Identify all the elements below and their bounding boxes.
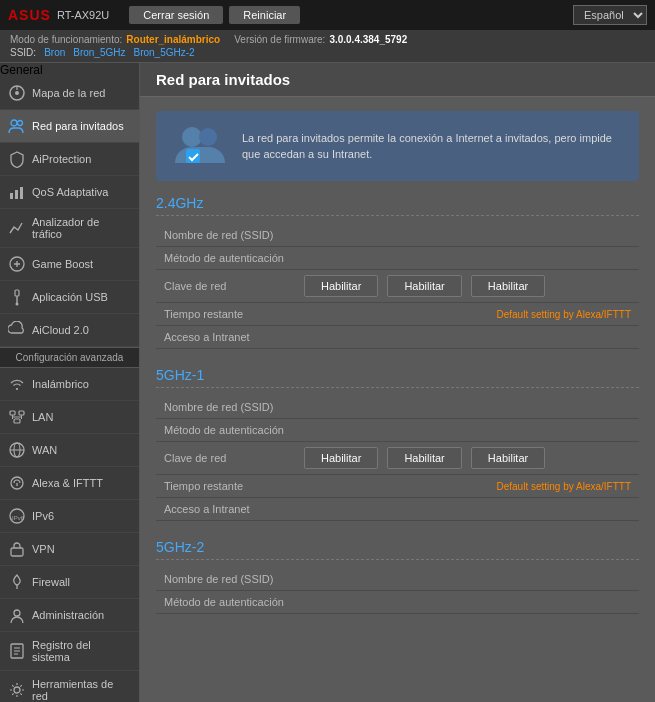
svg-rect-7 [20,187,23,199]
table-row: Tiempo restante Default setting by Alexa… [156,475,639,498]
svg-rect-14 [14,419,20,423]
table-row: Nombre de red (SSID) [156,568,639,591]
band-5ghz1-table: Nombre de red (SSID) Método de autentica… [156,396,639,521]
sidebar-item-guest-network[interactable]: Red para invitados [0,110,139,143]
sidebar-item-nettools[interactable]: Herramientas de red [0,671,139,702]
firewall-icon [8,573,26,591]
field-value [296,326,639,349]
field-value [296,224,639,247]
field-value: Default setting by Alexa/IFTTT [296,475,639,498]
wireless-icon [8,375,26,393]
traffic-icon [8,219,26,237]
firmware-label: Versión de firmware: [234,34,325,45]
main-layout: General Mapa de la red Red para invitado… [0,63,655,702]
ssid-2: Bron_5GHz [73,47,125,58]
sidebar-item-traffic[interactable]: Analizador de tráfico [0,209,139,248]
sidebar: General Mapa de la red Red para invitado… [0,63,140,702]
wan-icon [8,441,26,459]
band-24ghz-table: Nombre de red (SSID) Método de autentica… [156,224,639,349]
band-5ghz1-section: 5GHz-1 Nombre de red (SSID) Método de au… [156,367,639,521]
model-name: RT-AX92U [57,9,109,21]
field-value: Default setting by Alexa/IFTTT [296,303,639,326]
field-value [296,591,639,614]
enable-button-4[interactable]: Habilitar [304,447,378,469]
field-label: Método de autenticación [156,247,296,270]
sidebar-label: VPN [32,543,55,555]
band-5ghz2-table: Nombre de red (SSID) Método de autentica… [156,568,639,614]
sidebar-label: Game Boost [32,258,93,270]
svg-rect-6 [15,190,18,199]
field-value [296,247,639,270]
sidebar-item-game-boost[interactable]: Game Boost [0,248,139,281]
svg-point-4 [18,121,23,126]
table-row: Tiempo restante Default setting by Alexa… [156,303,639,326]
table-row: Clave de red Habilitar Habilitar Habilit… [156,442,639,475]
nettools-icon [8,681,26,699]
sidebar-label: Aplicación USB [32,291,108,303]
svg-rect-13 [19,411,24,415]
sidebar-item-network-map[interactable]: Mapa de la red [0,77,139,110]
firmware-value: 3.0.0.4.384_5792 [329,34,407,45]
svg-rect-9 [15,290,19,296]
sidebar-item-firewall[interactable]: Firewall [0,566,139,599]
sidebar-label: Herramientas de red [32,678,131,702]
sidebar-item-lan[interactable]: LAN [0,401,139,434]
restart-button[interactable]: Reiniciar [229,6,300,24]
qos-icon [8,183,26,201]
enable-button-3[interactable]: Habilitar [471,275,545,297]
sidebar-item-wireless[interactable]: Inalámbrico [0,368,139,401]
sidebar-label: AiCloud 2.0 [32,324,89,336]
sidebar-label: Administración [32,609,104,621]
field-label: Acceso a Intranet [156,498,296,521]
logo-area: ASUS RT-AX92U [8,7,109,23]
enable-button-5[interactable]: Habilitar [387,447,461,469]
sidebar-item-admin[interactable]: Administración [0,599,139,632]
mode-value: Router_inalámbrico [126,34,220,45]
logout-button[interactable]: Cerrar sesión [129,6,223,24]
ipv6-icon: IPv6 [8,507,26,525]
sidebar-label: Red para invitados [32,120,124,132]
sidebar-label: Mapa de la red [32,87,105,99]
sidebar-label: IPv6 [32,510,54,522]
page-title: Red para invitados [140,63,655,97]
band-5ghz2-section: 5GHz-2 Nombre de red (SSID) Método de au… [156,539,639,614]
band-24ghz-title: 2.4GHz [156,195,639,216]
topbar-buttons: Cerrar sesión Reiniciar [129,6,300,24]
field-label: Acceso a Intranet [156,326,296,349]
sidebar-item-wan[interactable]: WAN [0,434,139,467]
band-24ghz-section: 2.4GHz Nombre de red (SSID) Método de au… [156,195,639,349]
field-label: Método de autenticación [156,591,296,614]
ssid-3: Bron_5GHz-2 [134,47,195,58]
field-label: Nombre de red (SSID) [156,224,296,247]
usb-icon [8,288,26,306]
svg-point-26 [14,610,20,616]
content-area: Red para invitados La red para invitados… [140,63,655,702]
admin-icon [8,606,26,624]
sidebar-label: Registro del sistema [32,639,131,663]
sidebar-item-alexa[interactable]: Alexa & IFTTT [0,467,139,500]
svg-rect-5 [10,193,13,199]
field-label: Nombre de red (SSID) [156,568,296,591]
sidebar-item-usb-app[interactable]: Aplicación USB [0,281,139,314]
field-value [296,396,639,419]
sidebar-item-aicloud[interactable]: AiCloud 2.0 [0,314,139,347]
enable-button-2[interactable]: Habilitar [387,275,461,297]
field-value: Habilitar Habilitar Habilitar [296,442,639,475]
enable-button-1[interactable]: Habilitar [304,275,378,297]
sidebar-item-qos[interactable]: QoS Adaptativa [0,176,139,209]
field-value [296,419,639,442]
table-row: Nombre de red (SSID) [156,224,639,247]
sidebar-item-aiprotection[interactable]: AiProtection [0,143,139,176]
syslog-icon [8,642,26,660]
language-select[interactable]: Español [573,5,647,25]
asus-logo: ASUS [8,7,51,23]
sidebar-item-vpn[interactable]: VPN [0,533,139,566]
sidebar-item-ipv6[interactable]: IPv6 IPv6 [0,500,139,533]
table-row: Método de autenticación [156,419,639,442]
guest-content: La red para invitados permite la conexió… [140,97,655,646]
field-label: Tiempo restante [156,475,296,498]
sidebar-item-syslog[interactable]: Registro del sistema [0,632,139,671]
svg-point-1 [15,91,19,95]
enable-button-6[interactable]: Habilitar [471,447,545,469]
table-row: Clave de red Habilitar Habilitar Habilit… [156,270,639,303]
